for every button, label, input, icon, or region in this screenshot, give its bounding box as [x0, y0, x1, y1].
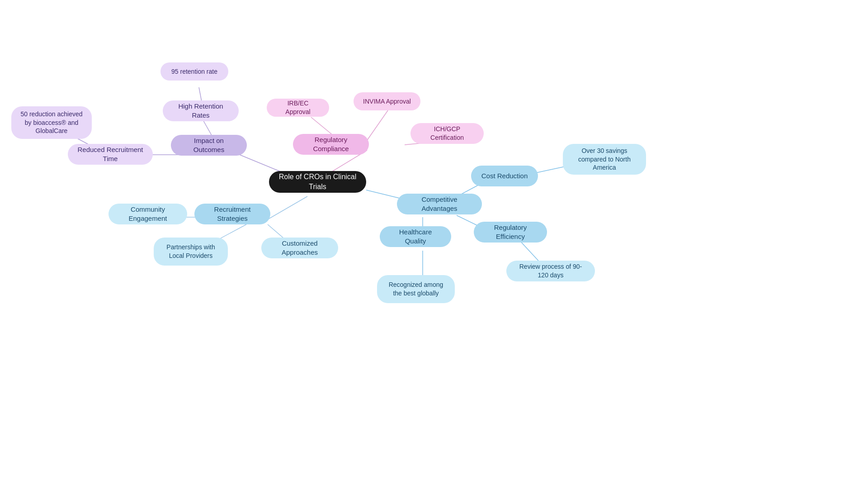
svg-line-9 [367, 110, 388, 140]
retention-rate-stat-node: 95 retention rate [160, 62, 228, 81]
over30-savings-node: Over 30 savings compared to North Americ… [563, 144, 646, 175]
invima-approval-node: INVIMA Approval [354, 92, 420, 110]
recognized-globally-node: Recognized among the best globally [377, 275, 455, 303]
fifty-reduction-node: 50 reduction achieved by bioaccess® and … [11, 106, 92, 139]
high-retention-rates-node: High Retention Rates [163, 100, 239, 121]
irb-ec-approval-node: IRB/EC Approval [267, 99, 329, 117]
ich-gcp-node: ICH/GCP Certification [410, 123, 484, 144]
svg-line-2 [268, 196, 307, 219]
partnerships-node: Partnerships with Local Providers [154, 238, 228, 266]
impact-on-outcomes-node: Impact on Outcomes [171, 135, 247, 156]
customized-approaches-node: Customized Approaches [261, 238, 338, 258]
cost-reduction-node: Cost Reduction [471, 166, 538, 186]
reduced-recruitment-time-node: Reduced Recruitment Time [68, 144, 153, 165]
center-node: Role of CROs in Clinical Trials [269, 171, 366, 193]
review-process-node: Review process of 90-120 days [506, 261, 595, 281]
recruitment-strategies-node: Recruitment Strategies [194, 204, 270, 224]
regulatory-efficiency-node: Regulatory Efficiency [474, 222, 547, 243]
regulatory-compliance-node: Regulatory Compliance [293, 134, 369, 155]
community-engagement-node: Community Engagement [108, 204, 187, 224]
competitive-advantages-node: Competitive Advantages [397, 194, 482, 214]
healthcare-quality-node: Healthcare Quality [380, 226, 451, 247]
